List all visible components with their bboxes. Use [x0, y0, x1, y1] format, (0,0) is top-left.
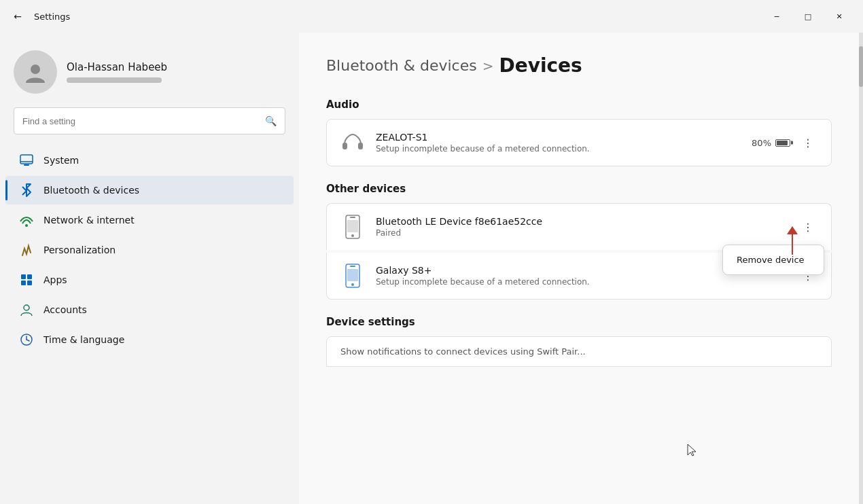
context-menu: Remove device [722, 245, 824, 275]
svg-rect-8 [27, 281, 32, 285]
zealot-right: 80% ⋮ [752, 133, 817, 152]
bluetooth-icon [19, 183, 34, 198]
window-title: Settings [34, 12, 70, 22]
svg-rect-16 [350, 217, 355, 218]
breadcrumb-current: Devices [499, 54, 582, 77]
sidebar-item-personalization-label: Personalization [43, 245, 116, 255]
scrollbar[interactable] [859, 33, 863, 504]
sidebar-item-apps-label: Apps [43, 274, 67, 285]
close-button[interactable]: ✕ [824, 5, 855, 27]
sidebar-item-bluetooth-label: Bluetooth & devices [43, 185, 139, 196]
svg-point-4 [25, 224, 28, 227]
content-area: Bluetooth & devices > Devices Audio ZEAL… [299, 33, 859, 504]
audio-section-header: Audio [326, 98, 832, 111]
svg-rect-5 [21, 274, 26, 279]
breadcrumb-parent[interactable]: Bluetooth & devices [326, 57, 477, 74]
titlebar: ← Settings ─ □ ✕ [0, 0, 863, 33]
zealot-more-button[interactable]: ⋮ [798, 133, 817, 152]
time-icon [19, 332, 34, 347]
sidebar-item-system-label: System [43, 155, 79, 166]
svg-point-18 [351, 234, 354, 237]
sidebar-item-network[interactable]: Network & internet [5, 206, 294, 234]
minimize-button[interactable]: ─ [761, 5, 792, 27]
svg-rect-17 [347, 220, 358, 232]
svg-rect-1 [20, 155, 33, 164]
breadcrumb-separator: > [482, 58, 494, 74]
search-box[interactable]: 🔍 [14, 107, 285, 134]
svg-rect-13 [342, 143, 347, 149]
svg-line-12 [27, 340, 29, 341]
device-settings-header: Device settings [326, 316, 832, 328]
sidebar: Ola-Hassan Habeeb 🔍 System [0, 33, 299, 504]
apps-icon [19, 272, 34, 287]
svg-point-9 [24, 305, 29, 310]
arrow-indicator [787, 226, 798, 255]
sidebar-item-time[interactable]: Time & language [5, 325, 294, 354]
galaxy-status: Setup incomplete because of a metered co… [376, 277, 788, 287]
ble-status: Paired [376, 228, 788, 238]
svg-point-0 [31, 65, 40, 74]
svg-rect-6 [27, 274, 32, 279]
ble-info: Bluetooth LE Device f8e61ae52cce Paired [376, 216, 788, 238]
user-section[interactable]: Ola-Hassan Habeeb [0, 39, 299, 107]
zealot-status: Setup incomplete because of a metered co… [376, 144, 741, 154]
battery-info: 80% [752, 138, 790, 148]
user-account-bar [67, 77, 162, 83]
device-settings-partial: Show notifications to connect devices us… [326, 336, 832, 367]
user-info: Ola-Hassan Habeeb [67, 61, 167, 83]
sidebar-item-apps[interactable]: Apps [5, 266, 294, 294]
audio-section: Audio ZEALOT-S1 Setup incomplete because… [326, 98, 832, 166]
personalization-icon [19, 242, 34, 257]
svg-point-22 [351, 283, 354, 286]
arrow-line [792, 234, 793, 255]
user-name: Ola-Hassan Habeeb [67, 61, 167, 73]
scrollbar-thumb[interactable] [859, 46, 863, 87]
window-controls: ─ □ ✕ [761, 5, 855, 27]
device-card-ble: Bluetooth LE Device f8e61ae52cce Paired … [326, 203, 832, 250]
avatar [14, 50, 57, 94]
battery-percentage: 80% [752, 138, 771, 148]
sidebar-item-accounts-label: Accounts [43, 304, 87, 315]
accounts-icon [19, 302, 34, 317]
device-settings-text: Show notifications to connect devices us… [340, 346, 586, 357]
ble-name: Bluetooth LE Device f8e61ae52cce [376, 216, 788, 227]
search-container: 🔍 [0, 107, 299, 145]
sidebar-item-bluetooth[interactable]: Bluetooth & devices [5, 176, 294, 204]
svg-rect-21 [347, 269, 358, 281]
battery-icon [775, 139, 790, 147]
app-body: Ola-Hassan Habeeb 🔍 System [0, 33, 863, 504]
galaxy-icon [340, 264, 365, 288]
arrow-up [787, 226, 798, 234]
breadcrumb: Bluetooth & devices > Devices [326, 54, 832, 77]
svg-rect-2 [24, 164, 29, 166]
device-settings-section: Device settings Show notifications to co… [326, 316, 832, 367]
remove-device-option[interactable]: Remove device [723, 248, 824, 272]
svg-rect-20 [350, 266, 355, 267]
sidebar-item-network-label: Network & internet [43, 215, 135, 226]
ble-more-button[interactable]: ⋮ [798, 217, 817, 236]
headphones-icon [340, 130, 365, 155]
zealot-name: ZEALOT-S1 [376, 132, 741, 143]
sidebar-item-personalization[interactable]: Personalization [5, 236, 294, 264]
system-icon [19, 153, 34, 168]
other-devices-section: Other devices Bluetooth LE Device f8e61a… [326, 183, 832, 300]
search-icon: 🔍 [265, 115, 277, 126]
ble-device-icon [340, 215, 365, 239]
sidebar-item-accounts[interactable]: Accounts [5, 295, 294, 324]
zealot-info: ZEALOT-S1 Setup incomplete because of a … [376, 132, 741, 154]
svg-rect-14 [358, 143, 363, 149]
network-icon [19, 213, 34, 228]
device-card-zealot: ZEALOT-S1 Setup incomplete because of a … [326, 119, 832, 166]
sidebar-item-system[interactable]: System [5, 146, 294, 175]
other-devices-header: Other devices [326, 183, 832, 195]
back-button[interactable]: ← [8, 7, 27, 26]
maximize-button[interactable]: □ [792, 5, 824, 27]
sidebar-item-time-label: Time & language [43, 334, 124, 345]
ble-right: ⋮ [798, 217, 817, 236]
svg-rect-7 [21, 281, 26, 285]
search-input[interactable] [22, 116, 260, 126]
